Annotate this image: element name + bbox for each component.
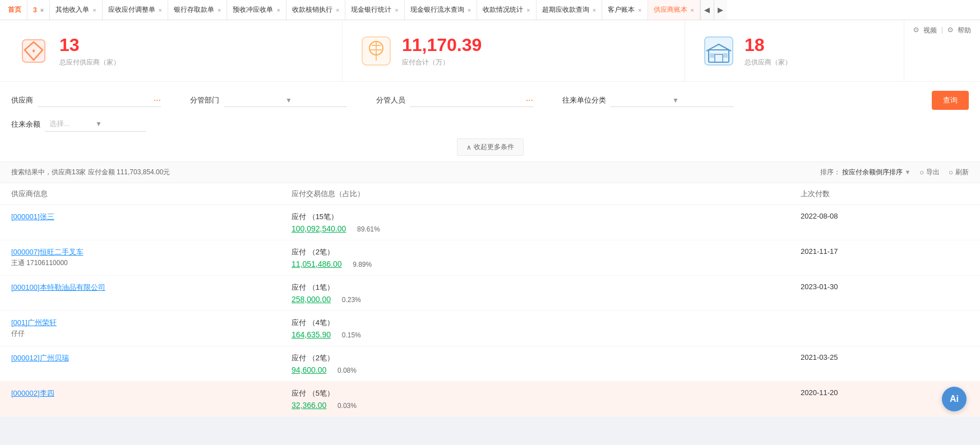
supplier-link[interactable]: [001]广州荣轩 xyxy=(11,318,57,327)
video-link[interactable]: 视频 xyxy=(923,26,937,35)
filter-row-2: 往来余额 选择... ▼ xyxy=(11,117,969,132)
close-icon[interactable]: × xyxy=(40,7,44,13)
supplier-link[interactable]: [000002]李四 xyxy=(11,389,54,397)
search-button[interactable]: 查询 xyxy=(932,91,969,110)
close-icon[interactable]: × xyxy=(93,7,96,13)
close-icon[interactable]: × xyxy=(526,7,530,13)
close-icon[interactable]: × xyxy=(468,7,471,13)
nav-tab-other-income[interactable]: 其他收入单 × xyxy=(50,0,102,20)
supplier-link[interactable]: [000100]本特勒油品有限公司 xyxy=(11,283,105,291)
close-icon[interactable]: × xyxy=(638,7,641,13)
nav-tab-cash-bank-stats[interactable]: 现金银行统计 × xyxy=(345,0,404,20)
supplier-dots-button[interactable]: ··· xyxy=(154,95,161,105)
nav-tab-collection-stats[interactable]: 收款情况统计 × xyxy=(477,0,536,20)
transaction-percent: 9.89% xyxy=(353,261,372,268)
stat-card-payable-total: 11,170.39 应付合计（万） xyxy=(343,20,685,81)
nav-tab-prepayment[interactable]: 预收冲应收单 × xyxy=(227,0,286,20)
close-icon[interactable]: × xyxy=(159,7,162,13)
close-icon[interactable]: × xyxy=(218,7,221,13)
stat-info-suppliers: 18 总供应商（家） xyxy=(745,34,792,67)
stat-number-payable: 13 xyxy=(59,34,120,55)
wheat-icon xyxy=(359,34,393,68)
transaction-info-cell: 应付 （2笔） 11,051,486.00 9.89% xyxy=(292,247,801,268)
diamond-icon: ♦ xyxy=(17,34,50,68)
balance-select[interactable]: 选择... ▼ xyxy=(45,117,146,132)
balance-chevron-icon: ▼ xyxy=(95,120,141,128)
supplier-link[interactable]: [000012]广州贝瑞 xyxy=(11,354,69,362)
table-row: [000100]本特勒油品有限公司 应付 （1笔） 258,000.00 0.2… xyxy=(0,276,980,311)
transaction-amount[interactable]: 32,366.00 xyxy=(292,401,326,410)
stat-label-total: 应付合计（万） xyxy=(402,58,482,67)
nav-tab-collection[interactable]: 收款核销执行 × xyxy=(286,0,345,20)
nav-tab-customer-ledger[interactable]: 客户账本 × xyxy=(602,0,648,20)
category-select[interactable]: ▼ xyxy=(611,94,734,107)
close-icon[interactable]: × xyxy=(395,7,398,13)
transaction-amount[interactable]: 100,092,540.00 xyxy=(292,224,346,233)
transaction-percent: 0.15% xyxy=(342,331,361,339)
nav-tab-cash-bank-flow[interactable]: 现金银行流水查询 × xyxy=(405,0,477,20)
transaction-percent: 0.03% xyxy=(338,402,357,410)
transaction-percent: 0.08% xyxy=(338,367,357,374)
transaction-info-cell: 应付 （5笔） 32,366.00 0.03% xyxy=(292,388,801,410)
top-navigation: 首页 3 × 其他收入单 × 应收应付调整单 × 银行存取款单 × 预收冲应收单… xyxy=(0,0,980,20)
filter-supplier: 供应商 ··· xyxy=(11,94,161,107)
last-payment-cell: 2021-11-17 xyxy=(801,247,969,256)
table-row: [000001]张三 应付 （15笔） 100,092,540.00 89.61… xyxy=(0,205,980,240)
filter-category: 往来单位分类 ▼ xyxy=(562,94,734,107)
supplier-info-cell: [000100]本特勒油品有限公司 xyxy=(11,282,292,293)
stat-number-suppliers: 18 xyxy=(745,34,792,55)
nav-tab-adjustment[interactable]: 应收应付调整单 × xyxy=(103,0,168,20)
supplier-input[interactable] xyxy=(38,94,154,106)
supplier-link[interactable]: [000001]张三 xyxy=(11,212,54,221)
close-icon[interactable]: × xyxy=(691,7,694,13)
last-payment-cell: 2022-08-08 xyxy=(801,212,969,220)
stats-bar: ♦ 13 总应付供应商（家） 11,170.39 应付合计（万） xyxy=(0,20,980,82)
filter-balance: 往来余额 选择... ▼ xyxy=(11,117,146,132)
filter-person: 分管人员 ··· xyxy=(376,94,533,107)
person-input[interactable] xyxy=(410,94,526,106)
sort-value[interactable]: 按应付余额倒序排序 xyxy=(842,168,903,176)
nav-tab-supplier-ledger[interactable]: 供应商账本 × xyxy=(648,0,700,20)
supplier-link[interactable]: [000007]恒旺二手叉车 xyxy=(11,248,84,256)
data-table: 供应商信息 应付交易信息（占比） 上次付数 [000001]张三 应付 （15笔… xyxy=(0,183,980,417)
close-icon[interactable]: × xyxy=(593,7,596,13)
help-link[interactable]: 帮助 xyxy=(958,26,971,35)
export-icon: ○ xyxy=(919,168,924,177)
close-icon[interactable]: × xyxy=(336,7,339,13)
dept-filter-label: 分管部门 xyxy=(190,95,219,105)
refresh-button[interactable]: ○ 刷新 xyxy=(949,168,969,177)
table-row: [000002]李四 应付 （5笔） 32,366.00 0.03% 2020-… xyxy=(0,382,980,417)
transaction-amount[interactable]: 11,051,486.00 xyxy=(292,259,342,268)
sort-label: 排序： 按应付余额倒序排序 ▼ xyxy=(820,168,911,177)
supplier-sub-info: 仔仔 xyxy=(11,329,292,339)
person-dots-button[interactable]: ··· xyxy=(526,95,533,105)
nav-tab-bank-deposit[interactable]: 银行存取款单 × xyxy=(168,0,227,20)
transaction-info-cell: 应付 （4笔） 164,635.90 0.15% xyxy=(292,318,801,339)
supplier-info-cell: [000002]李四 xyxy=(11,388,292,398)
sort-chevron-icon: ▼ xyxy=(904,169,910,175)
export-button[interactable]: ○ 导出 xyxy=(919,168,940,177)
dept-select[interactable]: ▼ xyxy=(224,94,347,107)
video-icon: ⊙ xyxy=(913,26,919,34)
supplier-info-cell: [000001]张三 xyxy=(11,212,292,222)
dept-chevron-icon: ▼ xyxy=(285,96,343,104)
nav-arrow-left[interactable]: ◀ xyxy=(700,0,714,20)
nav-arrow-right[interactable]: ▶ xyxy=(714,0,727,20)
transaction-amount[interactable]: 164,635.90 xyxy=(292,330,331,339)
close-icon[interactable]: × xyxy=(276,7,280,13)
result-bar: 搜索结果中，供应商13家 应付金额 111,703,854.00元 排序： 按应… xyxy=(0,162,980,183)
refresh-icon: ○ xyxy=(949,168,953,177)
transaction-amount[interactable]: 258,000.00 xyxy=(292,295,331,304)
nav-tab-home[interactable]: 首页 xyxy=(2,0,27,20)
help-icon: ⊙ xyxy=(947,26,953,34)
stat-label-payable: 总应付供应商（家） xyxy=(59,58,120,67)
ai-button[interactable]: Ai xyxy=(942,387,967,411)
table-row: [000012]广州贝瑞 应付 （2笔） 94,600.00 0.08% 202… xyxy=(0,346,980,382)
nav-tab-number[interactable]: 3 × xyxy=(27,0,50,20)
collapse-button[interactable]: ∧ 收起更多条件 xyxy=(457,138,524,156)
transaction-amount[interactable]: 94,600.00 xyxy=(292,365,326,374)
store-icon xyxy=(702,34,736,68)
stat-card-total-suppliers: 18 总供应商（家） xyxy=(685,20,904,81)
nav-tab-overdue-query[interactable]: 超期应收款查询 × xyxy=(537,0,602,20)
col-header-last-payment: 上次付数 xyxy=(801,189,969,199)
